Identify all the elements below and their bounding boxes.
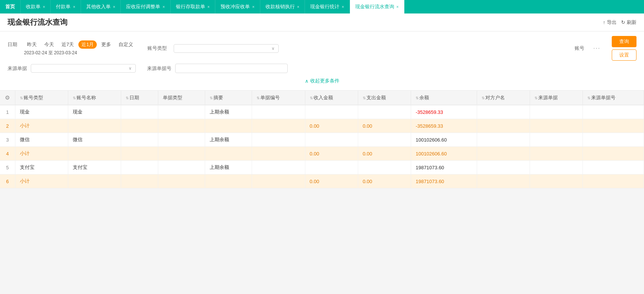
nav-tab-close[interactable]: × xyxy=(396,4,399,9)
account-label: 账号 xyxy=(575,45,590,52)
nav-home[interactable]: 首页 xyxy=(0,0,21,13)
cell-counterparty xyxy=(477,161,530,175)
col-gear[interactable]: ⚙ xyxy=(0,91,15,105)
col-account-name[interactable]: ⇅账号名称 xyxy=(68,91,121,105)
cell-account-name: 现金 xyxy=(68,105,121,119)
table-container: ⚙ ⇅账号类型 ⇅账号名称 ⇅日期 单据类型 ⇅摘要 ⇅单据编号 ⇅收入金额 ⇅… xyxy=(0,91,644,188)
cell-expense xyxy=(358,133,411,147)
filter-main-row: 日期 昨天今天近7天近1月更多自定义 2023-02-24 至 2023-03-… xyxy=(8,36,636,61)
sort-icon-source-doc: ⇅ xyxy=(534,96,537,100)
cell-doc-type xyxy=(158,175,205,188)
cell-date xyxy=(121,119,158,133)
nav-tab-label: 其他收入单 xyxy=(86,3,111,10)
collapse-label: 收起更多条件 xyxy=(310,78,339,84)
cell-account-name xyxy=(68,119,121,133)
query-button[interactable]: 查询 xyxy=(612,36,636,47)
gear-icon[interactable]: ⚙ xyxy=(5,94,10,101)
header-actions: ↑ 导出 ↻ 刷新 xyxy=(603,19,637,26)
sort-icon-counterparty: ⇅ xyxy=(482,96,485,100)
cell-balance: 19871073.60 xyxy=(411,161,477,175)
cell-summary xyxy=(205,147,252,161)
cell-balance: 100102606.60 xyxy=(411,133,477,147)
nav-tab[interactable]: 其他收入单× xyxy=(81,0,121,13)
col-balance[interactable]: ⇅余额 xyxy=(411,91,477,105)
sort-icon-doc-no: ⇅ xyxy=(257,96,260,100)
date-filter-label: 日期 xyxy=(8,41,23,48)
date-option[interactable]: 自定义 xyxy=(116,40,136,49)
col-doc-type[interactable]: 单据类型 xyxy=(158,91,205,105)
nav-tab-close[interactable]: × xyxy=(207,4,210,9)
nav-tab-close[interactable]: × xyxy=(162,4,165,9)
nav-tab[interactable]: 应收应付调整单× xyxy=(121,0,170,13)
cell-balance: 100102606.60 xyxy=(411,147,477,161)
nav-tab-label: 收款单 xyxy=(26,3,41,10)
col-source-doc[interactable]: ⇅来源单据 xyxy=(530,91,583,105)
col-source-doc-no[interactable]: ⇅来源单据号 xyxy=(583,91,644,105)
source-doc-no-label: 来源单据号 xyxy=(147,65,171,72)
nav-tab[interactable]: 收款单× xyxy=(21,0,51,13)
source-doc-label: 来源单据 xyxy=(8,65,27,72)
nav-tab-label: 应收应付调整单 xyxy=(126,3,160,10)
table-body: 1 现金 现金 上期余额 -3528659.33 2 小计 0.00 0.00 … xyxy=(0,105,644,188)
col-expense[interactable]: ⇅支出金额 xyxy=(358,91,411,105)
collapse-bar[interactable]: ∧ 收起更多条件 xyxy=(8,76,636,86)
nav-tab[interactable]: 银行存取款单× xyxy=(171,0,215,13)
cell-account-type: 小计 xyxy=(15,175,68,188)
nav-tab-close[interactable]: × xyxy=(43,4,45,9)
nav-tab-close[interactable]: × xyxy=(297,4,299,9)
cell-source-doc xyxy=(530,161,583,175)
nav-tab-close[interactable]: × xyxy=(342,4,344,9)
table-row: 3 微信 微信 上期余额 100102606.60 xyxy=(0,133,644,147)
nav-tab[interactable]: 付款单× xyxy=(51,0,81,13)
col-counterparty[interactable]: ⇅对方户名 xyxy=(477,91,530,105)
cell-counterparty xyxy=(477,175,530,188)
date-opts-row: 日期 昨天今天近7天近1月更多自定义 xyxy=(8,40,136,49)
nav-tab-label: 付款单 xyxy=(56,3,71,10)
cell-doc-no xyxy=(252,147,305,161)
date-option[interactable]: 今天 xyxy=(41,40,57,49)
cell-income xyxy=(305,161,358,175)
cell-account-name xyxy=(68,147,121,161)
col-doc-no[interactable]: ⇅单据编号 xyxy=(252,91,305,105)
col-summary[interactable]: ⇅摘要 xyxy=(205,91,252,105)
table-row: 2 小计 0.00 0.00 -3528659.33 xyxy=(0,119,644,133)
cell-source-doc-no xyxy=(583,147,644,161)
cell-balance: -3528659.33 xyxy=(411,119,477,133)
date-option[interactable]: 更多 xyxy=(98,40,114,49)
nav-tab[interactable]: 收款核销执行× xyxy=(260,0,305,13)
cell-doc-type xyxy=(158,161,205,175)
source-doc-no-input[interactable] xyxy=(175,64,288,73)
nav-tab-close[interactable]: × xyxy=(113,4,115,9)
nav-tab[interactable]: 现金银行统计× xyxy=(305,0,350,13)
nav-tab[interactable]: 预收冲应收单× xyxy=(215,0,260,13)
source-doc-select[interactable]: ∨ xyxy=(31,64,136,73)
col-date[interactable]: ⇅日期 xyxy=(121,91,158,105)
nav-tab[interactable]: 现金银行流水查询× xyxy=(350,0,404,13)
export-button[interactable]: ↑ 导出 xyxy=(603,19,617,26)
setting-button[interactable]: 设置 xyxy=(612,49,636,61)
cell-summary xyxy=(205,119,252,133)
cell-summary: 上期余额 xyxy=(205,105,252,119)
date-option[interactable]: 昨天 xyxy=(24,40,40,49)
cell-date xyxy=(121,133,158,147)
refresh-button[interactable]: ↻ 刷新 xyxy=(621,19,636,26)
cell-source-doc xyxy=(530,119,583,133)
cell-account-type: 小计 xyxy=(15,119,68,133)
cell-expense: 0.00 xyxy=(358,175,411,188)
nav-tab-close[interactable]: × xyxy=(73,4,75,9)
col-income[interactable]: ⇅收入金额 xyxy=(305,91,358,105)
cell-account-name: 支付宝 xyxy=(68,161,121,175)
cell-account-type: 支付宝 xyxy=(15,161,68,175)
page-title: 现金银行流水查询 xyxy=(8,17,68,27)
nav-tab-close[interactable]: × xyxy=(252,4,254,9)
date-option[interactable]: 近7天 xyxy=(59,40,77,49)
cell-source-doc xyxy=(530,133,583,147)
account-type-arrow: ∨ xyxy=(272,46,275,51)
account-type-select[interactable]: ∨ xyxy=(174,44,279,53)
col-account-type[interactable]: ⇅账号类型 xyxy=(15,91,68,105)
cell-expense xyxy=(358,161,411,175)
table-row: 4 小计 0.00 0.00 100102606.60 xyxy=(0,147,644,161)
account-dots[interactable]: ··· xyxy=(593,45,600,52)
cell-balance: -3528659.33 xyxy=(411,105,477,119)
date-option[interactable]: 近1月 xyxy=(78,40,97,49)
